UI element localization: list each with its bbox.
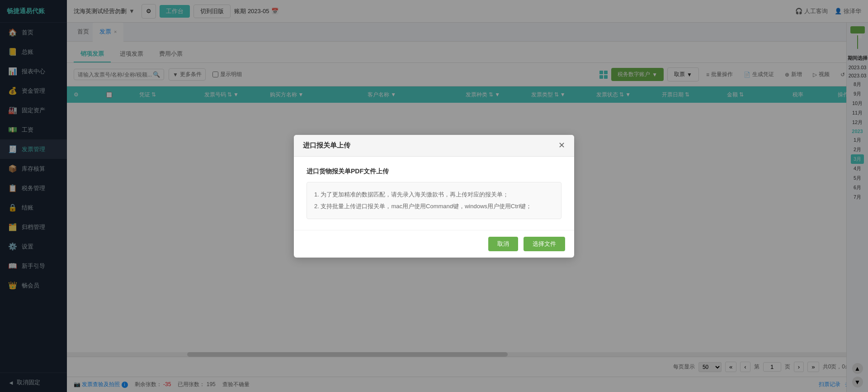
modal-section-title: 进口货物报关单PDF文件上传 (307, 167, 561, 176)
modal-cancel-btn[interactable]: 取消 (488, 237, 518, 251)
modal-info-item-1: 1. 为了更加精准的数据匹配，请先录入海关缴款书，再上传对应的报关单； (314, 189, 554, 201)
modal-header: 进口报关单上传 ✕ (294, 135, 574, 157)
modal-title: 进口报关单上传 (303, 141, 350, 150)
select-file-btn[interactable]: 选择文件 (524, 237, 565, 251)
modal-info-box: 1. 为了更加精准的数据匹配，请先录入海关缴款书，再上传对应的报关单； 2. 支… (307, 182, 561, 219)
modal-overlay[interactable]: 进口报关单上传 ✕ 进口货物报关单PDF文件上传 1. 为了更加精准的数据匹配，… (0, 0, 868, 392)
modal-info-item-2: 2. 支持批量上传进口报关单，mac用户使用Command键，windows用户… (314, 201, 554, 212)
modal-body: 进口货物报关单PDF文件上传 1. 为了更加精准的数据匹配，请先录入海关缴款书，… (294, 157, 574, 230)
import-customs-modal: 进口报关单上传 ✕ 进口货物报关单PDF文件上传 1. 为了更加精准的数据匹配，… (294, 135, 574, 258)
modal-footer: 取消 选择文件 (294, 230, 574, 258)
modal-close-btn[interactable]: ✕ (558, 141, 565, 149)
